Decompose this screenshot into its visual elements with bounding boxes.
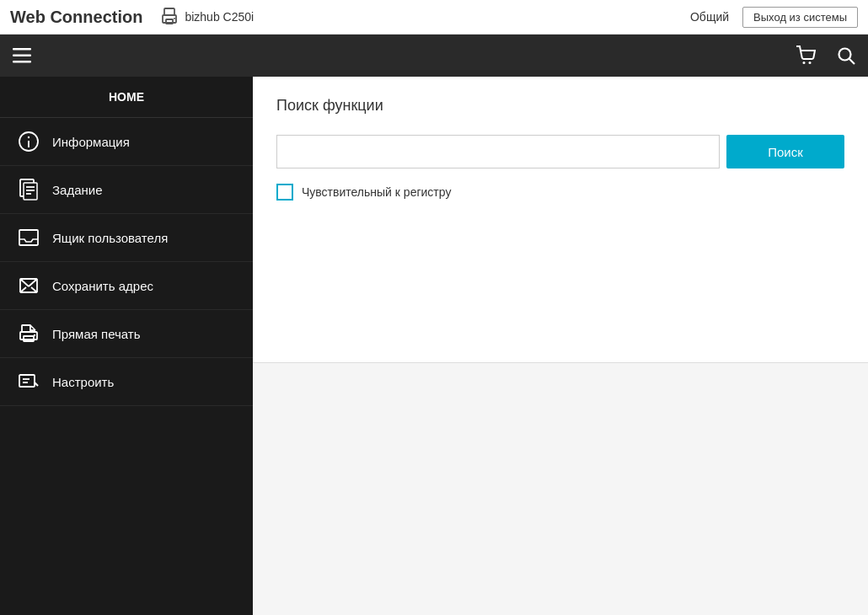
svg-line-21	[20, 279, 29, 286]
svg-rect-15	[24, 183, 37, 200]
document-icon	[17, 178, 40, 201]
menu-button[interactable]	[7, 40, 37, 71]
content-panel: Поиск функции Поиск Чувствительный к рег…	[253, 77, 868, 363]
sidebar-item-label: Сохранить адрес	[52, 279, 153, 293]
user-label: Общий	[690, 10, 729, 24]
page-title: Поиск функции	[276, 97, 844, 115]
cart-button[interactable]	[790, 40, 821, 71]
address-icon	[17, 274, 40, 297]
printer-icon	[159, 7, 179, 27]
sidebar: HOME Информация	[0, 77, 253, 615]
main-layout: HOME Информация	[0, 77, 868, 615]
sidebar-home-label: HOME	[0, 77, 253, 118]
svg-point-12	[28, 136, 29, 138]
svg-point-28	[34, 334, 35, 336]
svg-rect-31	[19, 375, 35, 387]
checkbox-row: Чувствительный к регистру	[276, 184, 844, 201]
svg-rect-5	[13, 55, 31, 57]
svg-rect-4	[13, 48, 31, 51]
svg-line-10	[849, 59, 855, 65]
svg-point-9	[839, 49, 851, 61]
sidebar-item-label: Ящик пользователя	[52, 231, 168, 245]
svg-point-3	[174, 18, 175, 19]
svg-line-22	[29, 279, 37, 286]
app-logo: Web Connection	[10, 8, 142, 27]
case-sensitive-checkbox[interactable]	[276, 184, 293, 201]
print-icon	[17, 322, 40, 345]
search-button[interactable]	[831, 40, 861, 71]
sidebar-item-label: Прямая печать	[52, 327, 141, 341]
settings-icon	[17, 370, 40, 393]
case-sensitive-label: Чувствительный к регистру	[302, 185, 451, 199]
svg-rect-27	[24, 336, 34, 341]
sidebar-item-information[interactable]: Информация	[0, 118, 253, 166]
search-icon	[837, 46, 855, 65]
device-name: bizhub C250i	[185, 10, 254, 24]
cart-icon	[796, 45, 816, 66]
svg-rect-19	[19, 230, 38, 245]
sidebar-item-user-box[interactable]: Ящик пользователя	[0, 214, 253, 262]
info-icon	[17, 130, 40, 153]
svg-rect-6	[13, 61, 31, 63]
sidebar-item-label: Настроить	[52, 375, 114, 389]
device-info: bizhub C250i	[159, 7, 254, 27]
top-bar-right: Общий Выход из системы	[690, 7, 858, 28]
sidebar-item-job[interactable]: Задание	[0, 166, 253, 214]
nav-bar	[0, 35, 868, 77]
search-submit-button[interactable]: Поиск	[726, 135, 844, 168]
svg-point-8	[809, 62, 812, 64]
top-bar: Web Connection bizhub C250i Общий Выход …	[0, 0, 868, 35]
hamburger-icon	[13, 48, 31, 63]
logout-button[interactable]: Выход из системы	[742, 7, 858, 28]
svg-rect-25	[22, 325, 30, 332]
svg-point-7	[803, 62, 806, 64]
svg-rect-2	[166, 19, 173, 24]
sidebar-item-direct-print[interactable]: Прямая печать	[0, 310, 253, 358]
sidebar-item-save-address[interactable]: Сохранить адрес	[0, 262, 253, 310]
inbox-icon	[17, 226, 40, 249]
content-area: Поиск функции Поиск Чувствительный к рег…	[253, 77, 868, 615]
nav-right-icons	[790, 40, 861, 71]
sidebar-item-label: Задание	[52, 183, 103, 197]
search-row: Поиск	[276, 135, 844, 168]
search-input[interactable]	[276, 135, 720, 168]
sidebar-item-settings[interactable]: Настроить	[0, 358, 253, 406]
svg-rect-0	[164, 8, 174, 15]
sidebar-item-label: Информация	[52, 135, 130, 149]
